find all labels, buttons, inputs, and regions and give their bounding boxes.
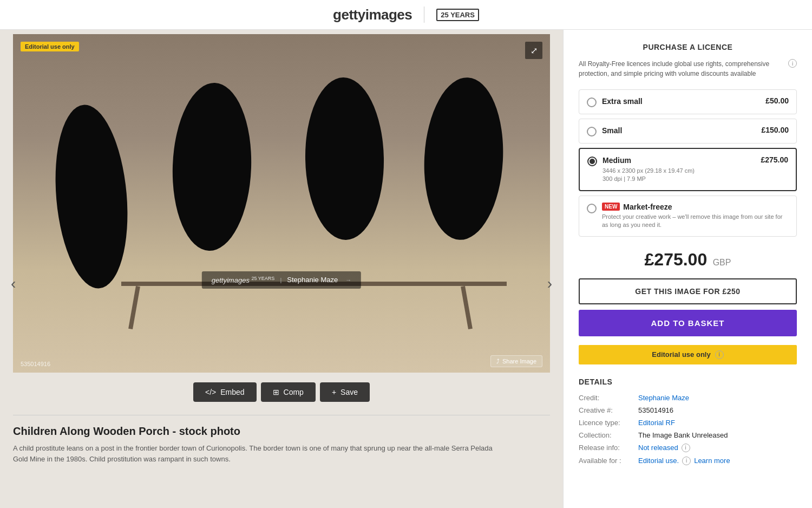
embed-icon: </> (205, 388, 216, 396)
license-options: Extra small £50.00 Small £150.00 Medium … (579, 89, 797, 237)
editorial-info-icon[interactable]: i (715, 350, 724, 359)
site-logo[interactable]: gettyimages (333, 6, 412, 23)
editorial-notice: Editorial use only i (579, 345, 797, 364)
radio-medium[interactable] (587, 157, 597, 166)
license-name-medium: Medium (603, 156, 631, 165)
purchase-desc-text: All Royalty-Free licences include global… (579, 59, 785, 79)
detail-creative: Creative #: 535014916 (579, 406, 797, 414)
comp-button[interactable]: ⊞ Comp (261, 382, 316, 402)
purchase-panel: PURCHASE A LICENCE All Royalty-Free lice… (563, 30, 812, 508)
learn-more-link[interactable]: Learn more (694, 457, 730, 465)
detail-available: Available for : Editorial use. i Learn m… (579, 457, 797, 465)
image-id: 535014916 (21, 361, 50, 367)
radio-small[interactable] (587, 127, 597, 136)
available-value: Editorial use. i Learn more (638, 457, 797, 465)
logo-container: gettyimages 25 YEARS (333, 6, 479, 23)
detail-release: Release info: Not released i (579, 444, 797, 452)
image-wrapper: Editorial use only ⤢ gettyimages 25 YEAR… (13, 34, 550, 373)
collection-label: Collection: (579, 431, 638, 439)
next-image-button[interactable]: › (542, 270, 558, 298)
credit-label: Credit: (579, 394, 638, 402)
detail-licence: Licence type: Editorial RF (579, 419, 797, 427)
main-image: Editorial use only ⤢ gettyimages 25 YEAR… (13, 34, 550, 373)
licence-value: Editorial RF (638, 419, 797, 427)
logo-divider (424, 6, 424, 23)
comp-icon: ⊞ (273, 388, 279, 396)
detail-credit: Credit: Stephanie Maze (579, 394, 797, 402)
watermark-logo: gettyimages 25 YEARS (212, 276, 275, 284)
details-table: Credit: Stephanie Maze Creative #: 53501… (579, 394, 797, 465)
license-option-market-freeze[interactable]: NEW Market-freeze Protect your creative … (579, 196, 797, 237)
license-name-market-freeze: Market-freeze (623, 203, 672, 211)
purchase-info-icon[interactable]: i (788, 59, 797, 68)
collection-value: The Image Bank Unreleased (638, 431, 797, 439)
image-info: Children Along Wooden Porch - stock phot… (13, 415, 550, 464)
years-badge: 25 YEARS (436, 9, 479, 21)
license-price-extra-small: £50.00 (765, 96, 789, 105)
license-info-small: Small (602, 126, 756, 135)
release-link[interactable]: Not released (638, 444, 678, 452)
license-price-small: £150.00 (761, 126, 789, 134)
share-image-button[interactable]: ⤴ Share Image (490, 355, 542, 367)
share-icon: ⤴ (496, 358, 500, 364)
license-option-small[interactable]: Small £150.00 (579, 119, 797, 144)
available-link[interactable]: Editorial use. (638, 457, 679, 465)
editorial-use-badge: Editorial use only (21, 42, 79, 51)
image-title: Children Along Wooden Porch - stock phot… (13, 425, 550, 438)
site-header: gettyimages 25 YEARS (0, 0, 812, 30)
radio-extra-small[interactable] (587, 97, 597, 107)
licence-link[interactable]: Editorial RF (638, 419, 675, 427)
purchase-description: All Royalty-Free licences include global… (579, 59, 797, 79)
credit-value: Stephanie Maze (638, 394, 797, 402)
license-option-extra-small[interactable]: Extra small £50.00 (579, 89, 797, 114)
get-image-button[interactable]: GET THIS IMAGE FOR £250 (579, 278, 797, 304)
credit-link[interactable]: Stephanie Maze (638, 394, 689, 402)
share-label: Share Image (502, 358, 536, 364)
comp-label: Comp (284, 388, 304, 396)
license-option-medium[interactable]: Medium 3446 x 2300 px (29.18 x 19.47 cm)… (579, 148, 797, 191)
save-icon: + (332, 388, 336, 396)
creative-label: Creative #: (579, 406, 638, 414)
prev-image-button[interactable]: ‹ (5, 270, 21, 298)
price-currency: GBP (713, 258, 731, 267)
license-price-medium: £275.00 (761, 155, 788, 164)
action-buttons: </> Embed ⊞ Comp + Save (193, 382, 370, 402)
release-value: Not released i (638, 444, 797, 452)
new-badge: NEW (602, 203, 620, 211)
release-label: Release info: (579, 444, 638, 452)
embed-button[interactable]: </> Embed (193, 382, 257, 402)
license-details-medium: 3446 x 2300 px (29.18 x 19.47 cm)300 dpi… (603, 167, 755, 184)
available-label: Available for : (579, 457, 638, 465)
image-section: ‹ › Editorial use only ⤢ (0, 30, 563, 508)
licence-label: Licence type: (579, 419, 638, 427)
embed-label: Embed (220, 388, 244, 396)
license-info-medium: Medium 3446 x 2300 px (29.18 x 19.47 cm)… (603, 155, 755, 184)
license-details-market-freeze: Protect your creative work – we'll remov… (602, 213, 789, 230)
creative-value: 535014916 (638, 406, 797, 414)
editorial-notice-text: Editorial use only (652, 350, 710, 359)
save-label: Save (340, 388, 358, 396)
license-info-extra-small: Extra small (602, 96, 760, 106)
expand-button[interactable]: ⤢ (525, 42, 542, 59)
available-info-icon[interactable]: i (682, 457, 691, 465)
detail-collection: Collection: The Image Bank Unreleased (579, 431, 797, 439)
license-info-market-freeze: NEW Market-freeze Protect your creative … (602, 203, 789, 230)
price-display: £275.00 GBP (579, 250, 797, 270)
release-info-icon[interactable]: i (682, 444, 690, 452)
price-main: £275.00 (645, 250, 708, 269)
image-description: A child prostitute leans on a post in th… (13, 443, 500, 464)
save-button[interactable]: + Save (320, 382, 370, 402)
watermark: gettyimages 25 YEARS | Stephanie Maze → (202, 271, 361, 289)
main-container: ‹ › Editorial use only ⤢ (0, 30, 812, 508)
add-to-basket-button[interactable]: ADD TO BASKET (579, 310, 797, 336)
details-title: DETAILS (579, 377, 797, 386)
watermark-photographer: Stephanie Maze (287, 276, 338, 284)
radio-market-freeze[interactable] (587, 204, 597, 213)
license-name-small: Small (602, 126, 622, 135)
license-name-extra-small: Extra small (602, 97, 643, 106)
purchase-title: PURCHASE A LICENCE (579, 43, 797, 51)
